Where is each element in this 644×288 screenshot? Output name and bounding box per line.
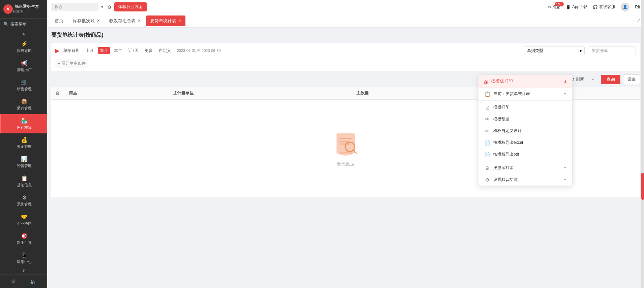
sidebar-item-finance[interactable]: 💰资金管理 bbox=[0, 133, 47, 153]
sidebar-scroll-down[interactable]: ▼ bbox=[0, 267, 47, 275]
default-func-icon: ⚙ bbox=[485, 177, 490, 183]
topbar-avatar[interactable]: 👤 bbox=[621, 3, 630, 11]
message-badge: 99+ bbox=[555, 2, 564, 6]
right-scrollbar[interactable] bbox=[641, 0, 644, 288]
filter-panel: ▶ 单据日期 上月 本月 本年 近7天 更多 自定义 2023-06-01 至 … bbox=[51, 43, 640, 71]
template-preview-icon: 👁 bbox=[485, 117, 490, 122]
settings-icon[interactable]: ⚙ bbox=[11, 278, 16, 285]
date-prev-month[interactable]: 上月 bbox=[84, 47, 96, 54]
divider-2 bbox=[478, 161, 572, 161]
sidebar-item-business[interactable]: 📊经营管理 bbox=[0, 153, 47, 172]
topbar-search[interactable]: 搜索 bbox=[51, 3, 98, 11]
date-nav: 上月 本月 本年 近7天 更多 自定义 bbox=[84, 47, 173, 54]
order-type-select[interactable]: 单据类型 ▾ bbox=[524, 46, 585, 55]
topbar-online-service[interactable]: 🎧 在线客服 bbox=[593, 4, 615, 10]
window-maximize[interactable]: ⤢ bbox=[636, 18, 641, 24]
tab-inventory-batch[interactable]: 库存批次账 ✕ bbox=[69, 15, 104, 26]
main-area: 搜索 ▾ ⚙ 体验行业方案 ✉ 消息 99+ 📱 App下载 🎧 在线客服 👤 … bbox=[47, 0, 644, 288]
template-excel-icon: 📄 bbox=[485, 140, 490, 146]
more-btn[interactable]: ··· bbox=[589, 76, 598, 83]
sidebar-item-shortcut[interactable]: ⚡快捷导航 bbox=[0, 37, 47, 57]
empty-text: 暂无数据 bbox=[337, 161, 354, 167]
topbar-app-download[interactable]: 📱 App下载 bbox=[566, 4, 587, 10]
date-more[interactable]: 更多 bbox=[143, 47, 155, 54]
sidebar-footer: ⚙ 🔈 bbox=[0, 275, 47, 288]
logo-icon: V bbox=[3, 4, 13, 14]
window-minimize[interactable]: — bbox=[630, 18, 635, 24]
tab-close-receipt-summary[interactable]: ✕ bbox=[138, 19, 141, 23]
expand-arrow-icon: ▾ bbox=[58, 61, 60, 66]
menu-display-print[interactable]: 🖥 按显示打印 ▾ bbox=[478, 162, 572, 174]
expand-more-btn[interactable]: ▾ 展开更多条件 bbox=[55, 59, 88, 68]
date-current-year[interactable]: 本年 bbox=[112, 47, 124, 54]
default-func-arrow: ▾ bbox=[564, 178, 566, 182]
sidebar-item-appstore[interactable]: 📱应用中心 bbox=[0, 249, 47, 267]
service-icon: 🎧 bbox=[593, 5, 598, 9]
menu-template-pdf[interactable]: 📄 按模板导出pdf bbox=[478, 149, 572, 160]
menu-template-print[interactable]: 🖨 模板打印 bbox=[478, 101, 572, 113]
tab-home[interactable]: 首页 bbox=[51, 15, 67, 26]
topbar-right: ✉ 消息 99+ 📱 App下载 🎧 在线客服 👤 Rit bbox=[548, 3, 640, 11]
sidebar-item-system[interactable]: ⚙系统管理 bbox=[0, 191, 47, 210]
page-title: 要货单统计表(按商品) bbox=[51, 32, 640, 39]
sidebar-nav: ⚡快捷导航 📢营销推广 🛒销售管理 📦采购管理 🏪库存核算 💰资金管理 📊经营管… bbox=[0, 37, 47, 267]
current-template-icon: 📋 bbox=[485, 91, 490, 97]
svg-point-6 bbox=[339, 152, 352, 156]
menu-template-excel[interactable]: 📄 按模板导出excel bbox=[478, 137, 572, 149]
query-btn[interactable]: 查询 bbox=[601, 75, 620, 84]
divider-1 bbox=[478, 100, 572, 101]
audio-icon[interactable]: 🔈 bbox=[30, 278, 37, 285]
sidebar: V 畅康通好生意 标准版 🔍 搜索菜单 ▲ ⚡快捷导航 📢营销推广 🛒销售管理 … bbox=[0, 0, 47, 288]
sidebar-scroll-up[interactable]: ▲ bbox=[0, 30, 47, 37]
sidebar-item-marketing[interactable]: 📢营销推广 bbox=[0, 57, 47, 76]
svg-rect-1 bbox=[339, 138, 352, 139]
order-goods-filter[interactable]: 要货仓库 bbox=[589, 46, 636, 55]
col-qty: 主数量 bbox=[352, 87, 483, 100]
sidebar-search[interactable]: 🔍 搜索菜单 bbox=[0, 19, 47, 30]
setting-btn[interactable]: 设置 bbox=[623, 74, 640, 84]
date-custom[interactable]: 自定义 bbox=[157, 47, 173, 54]
empty-svg bbox=[330, 130, 361, 157]
date-range: 2023-06-01 至 2023-06-30 bbox=[177, 48, 221, 53]
sidebar-item-purchase[interactable]: 📦采购管理 bbox=[0, 95, 47, 114]
print-dropdown-collapse-arrow[interactable]: ▲ bbox=[563, 79, 567, 84]
menu-default-func[interactable]: ⚙ 设置默认功能 ▾ bbox=[478, 174, 572, 186]
menu-template-design[interactable]: ✏ 模板自定义设计 bbox=[478, 125, 572, 137]
tab-close-inventory-batch[interactable]: ✕ bbox=[97, 19, 100, 23]
col-unit: 主计量单位 bbox=[169, 87, 352, 100]
topbar: 搜索 ▾ ⚙ 体验行业方案 ✉ 消息 99+ 📱 App下载 🎧 在线客服 👤 … bbox=[47, 0, 644, 14]
order-type-label: 单据类型 bbox=[527, 48, 543, 54]
sidebar-item-inventory[interactable]: 🏪库存核算 bbox=[0, 114, 47, 133]
date-7days[interactable]: 近7天 bbox=[126, 47, 141, 54]
sidebar-item-newbie[interactable]: 🎯新手引导 bbox=[0, 229, 47, 249]
sidebar-item-corp[interactable]: 🤝企业协同 bbox=[0, 210, 47, 229]
current-template-item[interactable]: 📋 当前：要货单统计表 ▾ bbox=[478, 88, 572, 100]
topbar-gear-icon[interactable]: ⚙ bbox=[107, 4, 112, 10]
tab-order-stats[interactable]: 要货单统计表 ✕ bbox=[146, 15, 185, 26]
sidebar-item-basic[interactable]: 📋基础信息 bbox=[0, 172, 47, 191]
topbar-username[interactable]: Rit bbox=[635, 5, 640, 9]
display-print-arrow: ▾ bbox=[564, 166, 566, 170]
col-settings: ⚙ bbox=[51, 87, 65, 100]
topbar-dropdown-arrow[interactable]: ▾ bbox=[101, 5, 103, 9]
sidebar-item-sales[interactable]: 🛒销售管理 bbox=[0, 76, 47, 95]
template-pdf-icon: 📄 bbox=[485, 152, 490, 157]
date-current-month[interactable]: 本月 bbox=[98, 47, 110, 54]
display-print-icon: 🖥 bbox=[485, 165, 490, 171]
scrollbar-thumb[interactable] bbox=[641, 173, 644, 200]
svg-rect-2 bbox=[339, 141, 349, 142]
menu-template-preview[interactable]: 👁 模板预览 bbox=[478, 113, 572, 125]
tab-receipt-summary[interactable]: 收发存汇总表 ✕ bbox=[105, 15, 145, 26]
print-dropdown-header[interactable]: 🖨 按模板打印 ▲ bbox=[478, 75, 572, 88]
tab-close-order-stats[interactable]: ✕ bbox=[178, 19, 181, 23]
logo-text: 畅康通好生意 标准版 bbox=[13, 4, 39, 14]
filter-expand-row: ▾ 展开更多条件 bbox=[55, 57, 636, 68]
industry-btn[interactable]: 体验行业方案 bbox=[114, 2, 147, 11]
empty-icon bbox=[330, 130, 361, 157]
table-settings-icon[interactable]: ⚙ bbox=[55, 91, 60, 96]
template-design-icon: ✏ bbox=[485, 128, 490, 134]
print-header-icon: 🖨 bbox=[483, 78, 488, 84]
filter-expand-icon[interactable]: ▶ bbox=[55, 47, 59, 54]
topbar-message[interactable]: ✉ 消息 99+ bbox=[548, 4, 560, 10]
app-logo: V 畅康通好生意 标准版 bbox=[0, 0, 47, 19]
